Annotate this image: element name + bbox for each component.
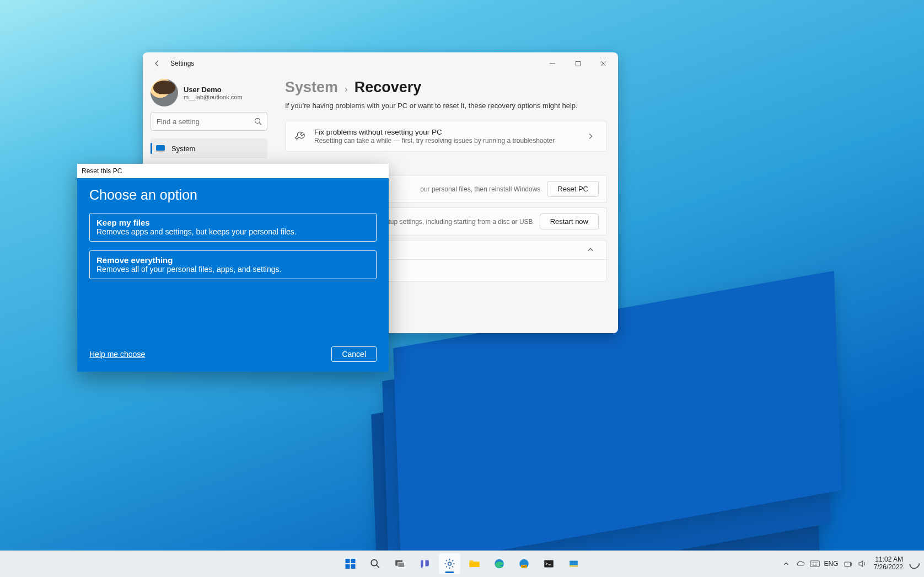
file-explorer-icon[interactable]	[464, 553, 486, 575]
edge-canary-icon[interactable]: CAN	[513, 553, 535, 575]
svg-rect-5	[351, 564, 356, 569]
svg-rect-21	[570, 565, 578, 567]
reset-pc-button[interactable]: Reset PC	[547, 181, 599, 197]
chevron-up-icon	[582, 246, 599, 254]
system-icon	[156, 145, 165, 152]
search-input[interactable]	[157, 117, 250, 126]
card-subtitle: Resetting can take a while — first, try …	[314, 137, 574, 145]
close-button[interactable]	[590, 54, 616, 73]
card-title: Fix problems without resetting your PC	[314, 128, 574, 136]
intro-text: If you're having problems with your PC o…	[285, 101, 607, 110]
restart-now-button[interactable]: Restart now	[540, 213, 599, 229]
date-text: 7/26/2022	[874, 564, 903, 571]
svg-text:CAN: CAN	[522, 565, 527, 568]
start-button[interactable]	[340, 553, 362, 575]
svg-rect-3	[351, 559, 356, 563]
edge-icon[interactable]	[488, 553, 511, 575]
window-title: Settings	[170, 60, 194, 67]
option-subtitle: Removes all of your personal files, apps…	[96, 265, 369, 274]
app-icon[interactable]	[563, 553, 585, 575]
search-input-wrap[interactable]	[151, 112, 267, 131]
svg-rect-22	[810, 561, 819, 567]
chat-icon[interactable]	[414, 553, 436, 575]
svg-rect-4	[346, 564, 350, 569]
minimize-button[interactable]	[540, 54, 565, 73]
svg-rect-2	[346, 559, 350, 563]
user-block[interactable]: User Demo m__lab@outlook.com	[151, 78, 267, 112]
settings-app-icon[interactable]	[439, 553, 461, 575]
cancel-button[interactable]: Cancel	[331, 346, 377, 362]
notifications-icon[interactable]	[910, 559, 920, 569]
option-title: Remove everything	[96, 255, 369, 265]
svg-point-6	[371, 560, 377, 566]
option-subtitle: Removes apps and settings, but keeps you…	[96, 227, 369, 236]
svg-rect-23	[845, 562, 851, 567]
search-icon[interactable]	[364, 553, 386, 575]
system-tray: ENG 11:02 AM 7/26/2022	[781, 556, 920, 571]
svg-point-13	[448, 562, 452, 565]
wrench-icon	[293, 130, 307, 143]
sidebar-item-label: System	[171, 145, 195, 153]
avatar	[151, 79, 178, 106]
reset-dialog: Reset this PC Choose an option Keep my f…	[77, 164, 389, 372]
option-keep-files[interactable]: Keep my files Removes apps and settings,…	[89, 213, 377, 242]
option-remove-everything[interactable]: Remove everything Removes all of your pe…	[89, 250, 377, 279]
taskbar: CAN ENG 11:02 AM 7/26/2022	[0, 551, 924, 577]
svg-point-11	[421, 566, 423, 568]
chevron-right-icon	[582, 132, 599, 140]
breadcrumb: System › Recovery	[285, 79, 607, 96]
terminal-icon[interactable]	[538, 553, 560, 575]
language-indicator[interactable]: ENG	[824, 560, 839, 568]
dialog-heading: Choose an option	[89, 187, 377, 203]
user-name: User Demo	[184, 86, 243, 94]
onedrive-icon[interactable]	[796, 559, 805, 569]
option-title: Keep my files	[96, 218, 369, 227]
troubleshooter-card[interactable]: Fix problems without resetting your PC R…	[285, 121, 607, 152]
time-text: 11:02 AM	[874, 556, 903, 564]
search-icon	[254, 117, 262, 126]
page-title: Recovery	[354, 79, 422, 96]
svg-rect-12	[423, 560, 426, 567]
svg-rect-19	[544, 560, 554, 568]
help-me-choose-link[interactable]: Help me choose	[89, 350, 145, 359]
svg-rect-8	[398, 562, 405, 567]
clock[interactable]: 11:02 AM 7/26/2022	[872, 556, 905, 571]
taskbar-center: CAN	[340, 553, 585, 575]
breadcrumb-parent[interactable]: System	[285, 79, 338, 96]
keyboard-icon[interactable]	[810, 559, 820, 569]
network-icon[interactable]	[843, 559, 853, 569]
svg-point-1	[255, 119, 260, 124]
svg-rect-14	[470, 563, 480, 567]
tray-chevron-icon[interactable]	[781, 559, 791, 569]
dialog-title: Reset this PC	[77, 164, 389, 178]
titlebar: Settings	[143, 52, 618, 74]
volume-icon[interactable]	[857, 559, 867, 569]
sidebar-item-system[interactable]: System	[151, 138, 267, 158]
svg-rect-0	[576, 61, 580, 66]
back-button[interactable]	[151, 57, 164, 70]
chevron-right-icon: ›	[345, 84, 348, 95]
maximize-button[interactable]	[565, 54, 590, 73]
task-view-icon[interactable]	[389, 553, 411, 575]
user-email: m__lab@outlook.com	[184, 94, 243, 100]
selection-indicator	[151, 143, 152, 154]
